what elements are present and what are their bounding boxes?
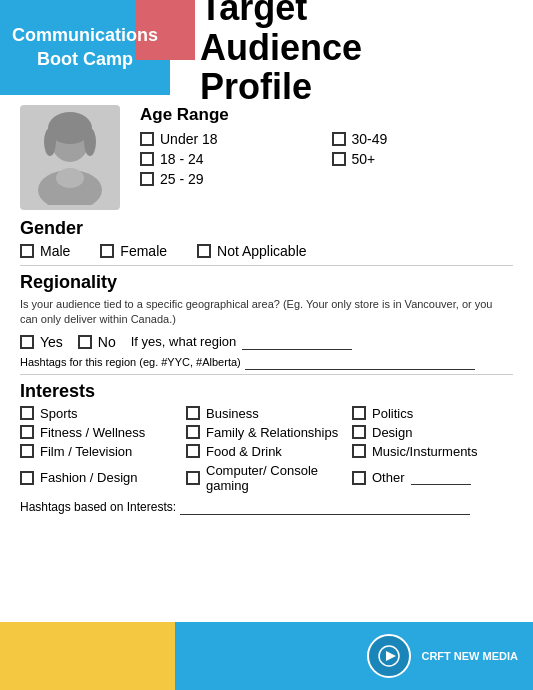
divider-1 [20,265,513,266]
interest-politics[interactable]: Politics [352,406,513,421]
hashtags-interests-label: Hashtags based on Interests: [20,500,176,514]
gender-male[interactable]: Male [20,243,70,259]
region-yes[interactable]: Yes [20,334,63,350]
interest-music[interactable]: Music/Insturments [352,444,513,459]
page-title-block: Target Audience Profile [170,0,533,95]
age-option-18-24[interactable]: 18 - 24 [140,151,322,167]
checkbox-sports[interactable] [20,406,34,420]
age-option-30-49[interactable]: 30-49 [332,131,514,147]
age-range-section: Age Range Under 18 30-49 18 - 24 50+ [140,105,513,187]
interest-other[interactable]: Other [352,463,513,493]
interests-grid: Sports Business Politics Fitness / Welln… [20,406,513,493]
brand-title: Communications Boot Camp [12,24,158,71]
age-option-50plus[interactable]: 50+ [332,151,514,167]
interest-film[interactable]: Film / Television [20,444,181,459]
checkbox-other[interactable] [352,471,366,485]
checkbox-18-24[interactable] [140,152,154,166]
checkbox-design[interactable] [352,425,366,439]
if-yes-region: If yes, what region [131,334,353,350]
gender-not-applicable[interactable]: Not Applicable [197,243,307,259]
footer: CRFT NEW MEDIA [0,622,533,690]
age-option-under18[interactable]: Under 18 [140,131,322,147]
page-title: Target Audience Profile [200,0,362,107]
avatar [20,105,120,210]
interests-title: Interests [20,381,513,402]
gender-female[interactable]: Female [100,243,167,259]
region-no[interactable]: No [78,334,116,350]
brand-block: Communications Boot Camp [0,0,170,95]
checkbox-50plus[interactable] [332,152,346,166]
checkbox-25-29[interactable] [140,172,154,186]
footer-brand-text: CRFT NEW MEDIA [421,649,518,663]
checkbox-fashion[interactable] [20,471,34,485]
footer-logo [367,634,411,678]
svg-point-5 [56,168,84,188]
age-option-25-29[interactable]: 25 - 29 [140,171,322,187]
age-range-grid: Under 18 30-49 18 - 24 50+ 25 - 29 [140,131,513,187]
checkbox-music[interactable] [352,444,366,458]
interest-fitness[interactable]: Fitness / Wellness [20,425,181,440]
gender-title: Gender [20,218,513,239]
checkbox-computer[interactable] [186,471,200,485]
main-content: Age Range Under 18 30-49 18 - 24 50+ [0,95,533,515]
gender-row: Male Female Not Applicable [20,243,513,259]
interest-computer[interactable]: Computer/ Console gaming [186,463,347,493]
region-input-field[interactable] [242,334,352,350]
interest-food[interactable]: Food & Drink [186,444,347,459]
interest-family[interactable]: Family & Relationships [186,425,347,440]
checkbox-30-49[interactable] [332,132,346,146]
interest-design[interactable]: Design [352,425,513,440]
profile-section: Age Range Under 18 30-49 18 - 24 50+ [20,105,513,210]
hashtags-interests-row: Hashtags based on Interests: [20,499,513,515]
other-input-field[interactable] [411,471,471,485]
footer-blue: CRFT NEW MEDIA [175,622,533,690]
age-range-title: Age Range [140,105,513,125]
hashtags-interests-field[interactable] [180,499,470,515]
svg-point-2 [44,128,56,156]
region-yes-no-row: Yes No If yes, what region [20,334,513,350]
checkbox-not-applicable[interactable] [197,244,211,258]
hashtag-region-row: Hashtags for this region (eg. #YYC, #Alb… [20,354,513,370]
interest-sports[interactable]: Sports [20,406,181,421]
checkbox-family[interactable] [186,425,200,439]
regionality-title: Regionality [20,272,513,293]
interest-business[interactable]: Business [186,406,347,421]
checkbox-fitness[interactable] [20,425,34,439]
hashtag-region-field[interactable] [245,354,475,370]
header: Communications Boot Camp Target Audience… [0,0,533,95]
regionality-description: Is your audience tied to a specific geog… [20,297,513,328]
checkbox-under18[interactable] [140,132,154,146]
checkbox-food[interactable] [186,444,200,458]
divider-2 [20,374,513,375]
svg-point-3 [84,128,96,156]
checkbox-film[interactable] [20,444,34,458]
checkbox-male[interactable] [20,244,34,258]
checkbox-no[interactable] [78,335,92,349]
checkbox-female[interactable] [100,244,114,258]
interest-fashion[interactable]: Fashion / Design [20,463,181,493]
checkbox-business[interactable] [186,406,200,420]
checkbox-yes[interactable] [20,335,34,349]
footer-yellow [0,622,175,690]
checkbox-politics[interactable] [352,406,366,420]
